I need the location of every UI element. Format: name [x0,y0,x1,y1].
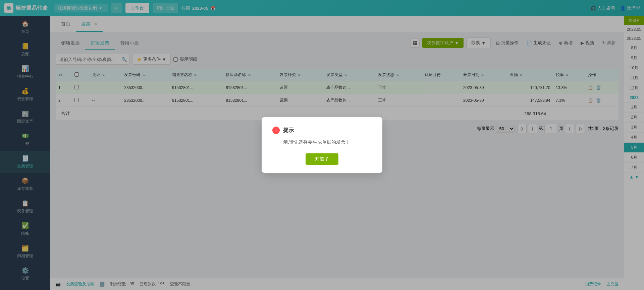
modal-message: 亲,请先选择要生成单据的发票！ [272,139,372,145]
modal-header: ! 提示 [272,127,372,134]
modal-overlay[interactable]: ! 提示 亲,请先选择要生成单据的发票！ 知道了 [0,0,644,290]
modal-footer: 知道了 [272,153,372,165]
modal-ok-button[interactable]: 知道了 [306,153,338,165]
modal-title: 提示 [283,127,294,134]
modal-box: ! 提示 亲,请先选择要生成单据的发票！ 知道了 [262,117,382,173]
modal-warning-icon: ! [272,127,280,134]
